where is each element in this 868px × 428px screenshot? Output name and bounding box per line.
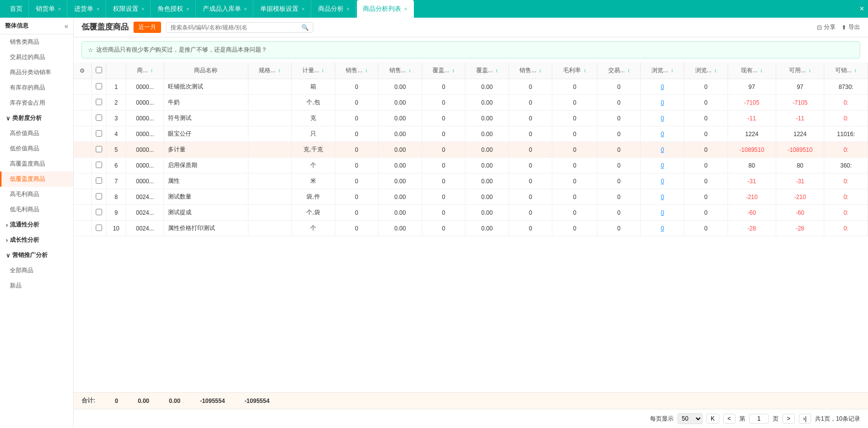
- page-number-input[interactable]: [749, 414, 769, 424]
- close-icon[interactable]: ×: [58, 6, 61, 12]
- sidebar-item-all-goods[interactable]: 全部商品: [0, 263, 73, 278]
- checkbox-cell[interactable]: [91, 173, 106, 189]
- trade-cnt-cell: 0: [597, 95, 641, 111]
- checkbox-cell[interactable]: [91, 111, 106, 126]
- share-button[interactable]: ⊡ 分享: [817, 23, 836, 31]
- sellable-col-header[interactable]: 可销... ↕: [824, 62, 868, 79]
- sidebar-item-in-stock[interactable]: 有库存的商品: [0, 80, 73, 95]
- sidebar-item-low-coverage[interactable]: 低覆盖度商品: [0, 171, 73, 187]
- search-input[interactable]: [170, 24, 298, 31]
- row-checkbox[interactable]: [96, 114, 102, 121]
- sidebar-item-low-profit[interactable]: 低毛利商品: [0, 202, 73, 217]
- browse1-cell[interactable]: 0: [641, 142, 684, 158]
- spec-col-header[interactable]: 规格... ↕: [248, 62, 292, 79]
- row-checkbox[interactable]: [96, 177, 102, 184]
- browse1-cell[interactable]: 0: [641, 111, 684, 126]
- time-filter-button[interactable]: 近一月: [134, 22, 161, 33]
- last-page-button[interactable]: ›|: [799, 414, 811, 424]
- sales-amt-col-header[interactable]: 销售... ↕: [379, 62, 422, 79]
- next-page-button[interactable]: >: [783, 414, 795, 424]
- checkbox-cell[interactable]: [91, 221, 106, 236]
- gross-rate-col-header[interactable]: 毛利率 ↕: [552, 62, 597, 79]
- row-checkbox[interactable]: [96, 209, 102, 215]
- sidebar-item-traded-goods[interactable]: 交易过的商品: [0, 50, 73, 65]
- row-checkbox[interactable]: [96, 146, 102, 152]
- close-all-button[interactable]: ×: [860, 4, 864, 13]
- stock-now-col-header[interactable]: 现有... ↕: [728, 62, 776, 79]
- nav-tab-sales[interactable]: 销货单 ×: [30, 0, 67, 18]
- sidebar-item-low-value[interactable]: 低价值商品: [0, 141, 73, 156]
- checkbox-cell[interactable]: [91, 79, 106, 95]
- sidebar-collapse-button[interactable]: «: [64, 22, 68, 30]
- unit-col-header[interactable]: 计量... ↕: [292, 62, 335, 79]
- cover-qty-cell: 0: [422, 189, 465, 205]
- sidebar-item-category-rate[interactable]: 商品分类动销率: [0, 65, 73, 80]
- sidebar-item-high-value[interactable]: 高价值商品: [0, 126, 73, 141]
- stock-avail-col-header[interactable]: 可用... ↕: [776, 62, 824, 79]
- sidebar-group-marketing[interactable]: ∨ 营销推广分析: [0, 248, 73, 263]
- nav-tab-template[interactable]: 单据模板设置 ×: [254, 0, 311, 18]
- browse1-cell[interactable]: 0: [641, 173, 684, 189]
- close-icon[interactable]: ×: [186, 6, 189, 12]
- nav-tab-home[interactable]: 首页: [4, 0, 29, 18]
- settings-col-header[interactable]: ⚙: [74, 62, 91, 79]
- close-icon[interactable]: ×: [141, 6, 144, 12]
- browse1-cell[interactable]: 0: [641, 158, 684, 173]
- sidebar-item-high-coverage[interactable]: 高覆盖度商品: [0, 156, 73, 171]
- close-icon[interactable]: ×: [347, 6, 350, 12]
- sidebar-group-category[interactable]: ∨ 类射度分析: [0, 111, 73, 126]
- sidebar-group-growth[interactable]: › 成长性分析: [0, 232, 73, 248]
- browse2-col-header[interactable]: 浏览... ↕: [684, 62, 728, 79]
- checkbox-cell[interactable]: [91, 158, 106, 173]
- sku-code-col-header[interactable]: 商... ↕: [126, 62, 164, 79]
- browse1-cell[interactable]: 0: [641, 126, 684, 142]
- checkbox-cell[interactable]: [91, 95, 106, 111]
- close-icon[interactable]: ×: [301, 6, 304, 12]
- search-icon[interactable]: 🔍: [301, 24, 309, 31]
- sidebar-group-circulation[interactable]: › 流通性分析: [0, 217, 73, 232]
- sidebar-item-high-profit[interactable]: 高毛利商品: [0, 187, 73, 202]
- sidebar-item-sales-goods[interactable]: 销售类商品: [0, 34, 73, 50]
- row-checkbox[interactable]: [96, 225, 102, 231]
- sidebar-item-capital[interactable]: 库存资金占用: [0, 95, 73, 111]
- browse1-cell[interactable]: 0: [641, 189, 684, 205]
- trade-cnt-col-header[interactable]: 交易... ↕: [597, 62, 641, 79]
- cover-rate-col-header[interactable]: 覆盖... ↕: [465, 62, 509, 79]
- row-checkbox[interactable]: [96, 162, 102, 168]
- close-icon[interactable]: ×: [244, 6, 247, 12]
- row-checkbox[interactable]: [96, 130, 102, 137]
- nav-tab-permission[interactable]: 权限设置 ×: [107, 0, 151, 18]
- row-checkbox[interactable]: [96, 193, 102, 200]
- browse1-cell[interactable]: 0: [641, 95, 684, 111]
- row-checkbox[interactable]: [96, 83, 102, 89]
- nav-tab-analysis-list[interactable]: 商品分析列表 ×: [357, 0, 413, 18]
- close-icon[interactable]: ×: [96, 6, 99, 12]
- sidebar-item-new-goods[interactable]: 新品: [0, 278, 73, 293]
- cover-qty-cell: 0: [422, 158, 465, 173]
- checkbox-cell[interactable]: [91, 205, 106, 221]
- nav-tab-role[interactable]: 角色授权 ×: [152, 0, 195, 18]
- checkbox-cell[interactable]: [91, 142, 106, 158]
- close-icon[interactable]: ×: [404, 6, 407, 12]
- sales-qty-col-header[interactable]: 销售... ↕: [335, 62, 379, 79]
- first-page-button[interactable]: K: [706, 414, 719, 424]
- nav-tab-analysis[interactable]: 商品分析 ×: [312, 0, 356, 18]
- nav-tab-finished[interactable]: 产成品入库单 ×: [197, 0, 253, 18]
- checkbox-cell[interactable]: [91, 189, 106, 205]
- row-checkbox[interactable]: [96, 99, 102, 105]
- checkbox-cell[interactable]: [91, 126, 106, 142]
- browse1-col-header[interactable]: 浏览... ↕: [641, 62, 684, 79]
- browse1-cell[interactable]: 0: [641, 205, 684, 221]
- settings-cell: [74, 205, 91, 221]
- checkbox-col-header[interactable]: [91, 62, 106, 79]
- per-page-select[interactable]: 50 100 200: [678, 413, 703, 424]
- export-button[interactable]: ⬆ 导出: [841, 23, 860, 31]
- cover-qty-col-header[interactable]: 覆盖... ↕: [422, 62, 465, 79]
- table-container[interactable]: ⚙ 商... ↕ 商品名称 规格... ↕ 计量... ↕ 销售... ↕ 销售…: [74, 62, 868, 392]
- nav-tab-purchase[interactable]: 进货单 ×: [68, 0, 106, 18]
- browse1-cell[interactable]: 0: [641, 221, 684, 236]
- select-all-checkbox[interactable]: [96, 67, 102, 73]
- prev-page-button[interactable]: <: [723, 414, 735, 424]
- browse1-cell[interactable]: 0: [641, 79, 684, 95]
- sales-days-col-header[interactable]: 销售... ↕: [509, 62, 552, 79]
